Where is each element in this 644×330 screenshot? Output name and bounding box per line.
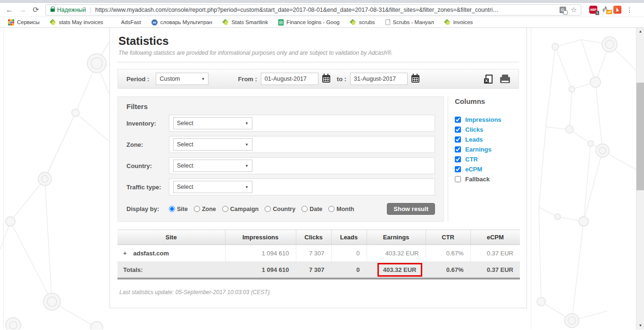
url-text[interactable]: https://www.myadcash.com/console/report.…: [95, 7, 556, 13]
radio-country-input[interactable]: [265, 206, 271, 212]
column-label: Impressions: [465, 116, 502, 123]
filter-box: Select ▼: [169, 115, 435, 132]
bookmark-label: AdsFast: [121, 19, 141, 25]
filter-label: Country:: [126, 162, 169, 169]
checkbox-leads[interactable]: [455, 136, 461, 143]
chevron-down-icon: ▼: [245, 185, 249, 189]
favicon-page-icon: [385, 19, 390, 25]
expand-row-icon[interactable]: +: [123, 250, 127, 257]
cell-ctr: 0.67%: [426, 245, 470, 262]
column-checkbox-leads[interactable]: Leads: [455, 135, 519, 144]
radio-label: Country: [273, 206, 295, 212]
from-label: From :: [238, 76, 257, 83]
bookmark-label: словарь Мультитран: [160, 19, 212, 25]
page-title: Statistics: [118, 34, 519, 48]
page-scrollbar[interactable]: ▲ ▼: [636, 28, 644, 330]
column-checkbox-ecpm[interactable]: eCPM: [455, 164, 519, 174]
calendar-icon[interactable]: [411, 75, 419, 83]
select-value: Select: [177, 184, 241, 190]
column-checkbox-fallback[interactable]: Fallback: [455, 174, 519, 184]
inventory-select[interactable]: Select ▼: [173, 117, 252, 129]
table-header-row: Site Impressions Clicks Leads Earnings C…: [117, 230, 520, 245]
bookmark-stats-may-invoices[interactable]: stats May invoices: [50, 19, 103, 25]
radio-campaign-input[interactable]: [222, 206, 228, 212]
address-bar[interactable]: Надежный | https://www.myadcash.com/cons…: [45, 4, 581, 16]
radio-site[interactable]: Site: [169, 206, 188, 212]
show-result-button[interactable]: Show result: [387, 203, 435, 215]
traffic-type-select[interactable]: Select ▼: [173, 181, 252, 193]
checkbox-ctr[interactable]: [455, 156, 461, 162]
pointer-extension-button[interactable]: [613, 6, 621, 14]
checkbox-impressions[interactable]: [455, 117, 461, 123]
reload-icon[interactable]: ⟳: [30, 4, 42, 16]
flame-extension-button[interactable]: 🔥 off: [602, 7, 609, 13]
checkbox-earnings[interactable]: [455, 146, 461, 152]
filter-box: Select ▼: [169, 136, 435, 153]
bookmark-finance-logins[interactable]: Finance logins - Goog: [278, 19, 340, 25]
radio-country[interactable]: Country: [265, 206, 295, 212]
to-date-input[interactable]: [350, 73, 408, 85]
filters-panel: Filters Inventory: Select ▼ Zone: Sel: [117, 96, 444, 222]
security-label: Надежный: [57, 7, 86, 13]
header-earnings: Earnings: [367, 230, 426, 245]
bookmark-scrubs-manual[interactable]: Scrubs - Мануал: [385, 19, 434, 25]
radio-zone[interactable]: Zone: [194, 206, 216, 212]
radio-month[interactable]: Month: [328, 206, 354, 212]
forward-icon[interactable]: →: [17, 4, 28, 16]
highlight-annotation-box: 403.32 EUR: [377, 263, 422, 277]
totals-impressions: 1 094 610: [225, 262, 296, 279]
checkbox-fallback[interactable]: [455, 176, 461, 182]
scrollbar-thumb[interactable]: [636, 83, 644, 190]
columns-list: Impressions Clicks Leads Earnings: [455, 115, 519, 184]
export-excel-icon[interactable]: [485, 75, 493, 84]
totals-label: Totals:: [117, 262, 225, 279]
column-label: eCPM: [465, 166, 482, 173]
checkbox-clicks[interactable]: [455, 127, 461, 133]
scroll-up-icon[interactable]: ▲: [636, 28, 644, 35]
chevron-down-icon: ▼: [245, 164, 249, 168]
calendar-icon[interactable]: [322, 75, 330, 83]
last-update-note: Last statistics update: 05-September-201…: [119, 289, 519, 296]
radio-zone-input[interactable]: [194, 206, 200, 212]
radio-date-input[interactable]: [301, 206, 308, 212]
column-checkbox-ctr[interactable]: CTR: [455, 154, 519, 164]
from-date-input[interactable]: [261, 73, 318, 85]
totals-ecpm: 0.37 EUR: [470, 262, 520, 279]
filter-label: Inventory:: [126, 120, 169, 127]
bookmark-label: Сервисы: [17, 19, 40, 25]
country-select[interactable]: Select ▼: [173, 160, 252, 172]
browser-menu-icon[interactable]: ⋮: [626, 7, 633, 13]
display-by-row: Display by: Site Zone Campaign: [126, 203, 435, 215]
radio-campaign[interactable]: Campaign: [222, 206, 259, 212]
select-value: Select: [177, 141, 241, 148]
radio-month-input[interactable]: [328, 206, 335, 212]
bookmark-scrubs[interactable]: scrubs: [350, 19, 375, 25]
columns-title: Columns: [455, 97, 519, 105]
column-checkbox-impressions[interactable]: Impressions: [455, 115, 519, 125]
radio-date[interactable]: Date: [301, 206, 322, 212]
translate-icon[interactable]: G: [560, 7, 566, 13]
statistics-card: Statistics The following statistics are …: [109, 28, 527, 308]
bookmark-stats-smartlink[interactable]: Stats Smartlink: [223, 19, 268, 25]
bookmark-multitran[interactable]: m словарь Мультитран: [151, 19, 212, 25]
totals-row: Totals: 1 094 610 7 307 0 403.32 EUR 0.6…: [117, 262, 520, 279]
bookmark-services[interactable]: Сервисы: [8, 19, 40, 25]
site-cell: + adsfast.com: [117, 245, 225, 262]
bookmark-invoices[interactable]: invoices: [444, 19, 473, 25]
radio-label: Month: [336, 206, 354, 212]
radio-site-input[interactable]: [169, 206, 175, 212]
adblock-extension-button[interactable]: ABP 1: [589, 6, 597, 14]
bookmark-star-icon[interactable]: ☆: [571, 6, 577, 13]
period-select[interactable]: Custom ▼: [156, 73, 209, 85]
background-network-pattern-left: [0, 28, 109, 330]
bookmark-label: Stats Smartlink: [232, 19, 268, 25]
column-checkbox-earnings[interactable]: Earnings: [455, 144, 519, 154]
column-checkbox-clicks[interactable]: Clicks: [455, 125, 519, 135]
bookmark-adsfast[interactable]: AdsFast: [114, 19, 141, 25]
zone-select[interactable]: Select ▼: [173, 138, 252, 151]
checkbox-ecpm[interactable]: [455, 166, 461, 172]
back-icon[interactable]: ←: [4, 4, 15, 16]
scroll-down-icon[interactable]: ▼: [636, 322, 644, 330]
print-icon[interactable]: [500, 77, 510, 83]
radio-label: Date: [309, 206, 322, 212]
